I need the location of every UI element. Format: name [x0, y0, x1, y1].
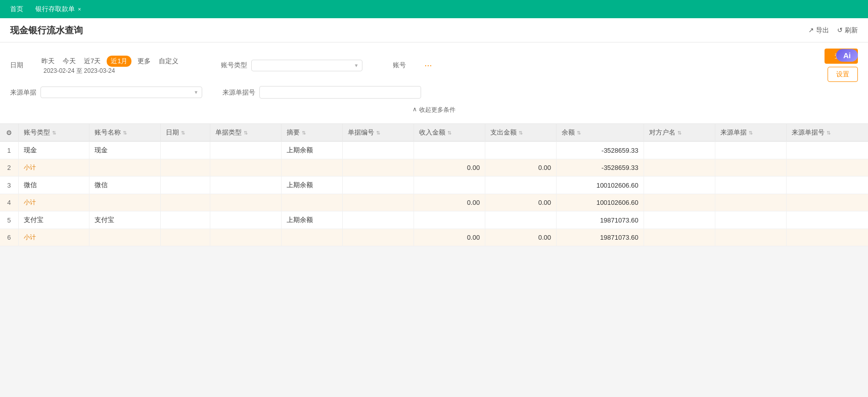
- cell-date: [161, 177, 210, 194]
- sort-doc-type-icon[interactable]: ⇅: [244, 130, 248, 136]
- table-row: 1 现金 现金 上期余额 -3528659.33: [0, 142, 868, 159]
- cell-income: [414, 142, 485, 159]
- cell-doc-no: [343, 211, 414, 229]
- date-opt-custom[interactable]: 自定义: [157, 56, 180, 67]
- source-doc-select[interactable]: ▾: [40, 86, 202, 98]
- nav-tab-银行存取款单[interactable]: 银行存取款单×: [29, 0, 100, 18]
- refresh-label: 刷新: [845, 26, 858, 35]
- filter-area: 日期 昨天 今天 近7天 近1月 更多 自定义 2023-02-24 至 202…: [0, 42, 868, 124]
- cell-doc-type: [210, 194, 282, 211]
- cell-doc-no: [343, 142, 414, 159]
- cell-date: [161, 159, 210, 177]
- cell-source-doc-no: [786, 194, 868, 211]
- settings-button[interactable]: 设置: [828, 67, 858, 82]
- cell-summary: 上期余额: [282, 211, 343, 229]
- date-options-col: 昨天 今天 近7天 近1月 更多 自定义 2023-02-24 至 2023-0…: [39, 56, 180, 75]
- sort-account-type-icon[interactable]: ⇅: [52, 130, 56, 136]
- sort-account-name-icon[interactable]: ⇅: [123, 130, 127, 136]
- cell-account-type: 小计: [18, 159, 89, 177]
- date-opt-more[interactable]: 更多: [135, 56, 153, 67]
- collapse-bar[interactable]: ∧ 收起更多条件: [10, 103, 858, 117]
- cell-summary: [282, 194, 343, 211]
- th-doc-no: 单据编号⇅: [343, 124, 414, 142]
- cell-date: [161, 194, 210, 211]
- th-account-type: 账号类型⇅: [18, 124, 89, 142]
- cell-num: 5: [0, 211, 18, 229]
- source-doc-section: 来源单据 ▾: [10, 86, 202, 98]
- cell-expense: [485, 142, 557, 159]
- nav-home-label: 首页: [10, 0, 23, 18]
- cell-balance: -3528659.33: [557, 159, 644, 177]
- collapse-label: 收起更多条件: [419, 106, 455, 114]
- cell-source-doc-no: [786, 229, 868, 246]
- cell-num: 6: [0, 229, 18, 246]
- source-doc-arrow-icon: ▾: [195, 89, 198, 96]
- source-doc-no-input[interactable]: [259, 86, 421, 99]
- sort-source-doc-icon[interactable]: ⇅: [749, 130, 753, 136]
- cell-source-doc: [715, 211, 786, 229]
- sort-summary-icon[interactable]: ⇅: [302, 130, 306, 136]
- sort-income-icon[interactable]: ⇅: [447, 130, 451, 136]
- cell-balance: 100102606.60: [557, 177, 644, 194]
- cell-account-type: 现金: [18, 142, 89, 159]
- sort-counterparty-icon[interactable]: ⇅: [677, 130, 681, 136]
- cell-doc-type: [210, 142, 282, 159]
- cell-account-name: 支付宝: [89, 211, 161, 229]
- sort-doc-no-icon[interactable]: ⇅: [376, 130, 380, 136]
- cell-source-doc: [715, 177, 786, 194]
- cell-account-name: 微信: [89, 177, 161, 194]
- date-opt-7days[interactable]: 近7天: [82, 56, 103, 67]
- th-counterparty: 对方户名⇅: [644, 124, 715, 142]
- cell-expense: [485, 211, 557, 229]
- cell-income: [414, 177, 485, 194]
- cell-date: [161, 142, 210, 159]
- cell-counterparty: [644, 142, 715, 159]
- cell-balance: 19871073.60: [557, 229, 644, 246]
- account-type-select[interactable]: ▾: [251, 60, 362, 71]
- cell-source-doc-no: [786, 142, 868, 159]
- top-nav: 首页 收款单×付款单×其他收入单×应收应付调整单×银行存取款单×预收冲应收单×收…: [0, 0, 868, 18]
- cell-expense: 0.00: [485, 159, 557, 177]
- nav-home[interactable]: 首页: [4, 0, 29, 18]
- tab-close-icon[interactable]: ×: [78, 0, 81, 18]
- th-income: 收入金额⇅: [414, 124, 485, 142]
- th-account-name: 账号名称⇅: [89, 124, 161, 142]
- cell-source-doc-no: [786, 211, 868, 229]
- sort-balance-icon[interactable]: ⇅: [577, 130, 581, 136]
- cell-num: 4: [0, 194, 18, 211]
- account-dots[interactable]: ···: [422, 60, 434, 71]
- th-source-doc-no: 来源单据号⇅: [786, 124, 868, 142]
- cell-doc-type: [210, 159, 282, 177]
- export-icon: ↗: [808, 26, 814, 34]
- gear-icon[interactable]: ⚙: [6, 129, 12, 137]
- date-opt-yesterday[interactable]: 昨天: [39, 56, 57, 67]
- date-label: 日期: [10, 61, 35, 70]
- cell-account-name: [89, 194, 161, 211]
- cell-balance: 100102606.60: [557, 194, 644, 211]
- sort-date-icon[interactable]: ⇅: [181, 130, 185, 136]
- ai-badge[interactable]: Ai: [836, 49, 858, 62]
- page-title: 现金银行流水查询: [10, 24, 83, 36]
- date-opt-1month[interactable]: 近1月: [107, 56, 131, 67]
- table-row: 3 微信 微信 上期余额 100102606.60: [0, 177, 868, 194]
- filter-row-1: 日期 昨天 今天 近7天 近1月 更多 自定义 2023-02-24 至 202…: [10, 49, 858, 82]
- cell-num: 3: [0, 177, 18, 194]
- cell-summary: 上期余额: [282, 142, 343, 159]
- account-section: 账号 ···: [393, 60, 434, 71]
- cell-summary: 上期余额: [282, 177, 343, 194]
- export-button[interactable]: ↗ 导出: [808, 26, 829, 35]
- cell-doc-type: [210, 229, 282, 246]
- source-doc-no-label: 来源单据号: [222, 88, 255, 97]
- cell-account-name: 现金: [89, 142, 161, 159]
- cell-income: 0.00: [414, 194, 485, 211]
- sort-source-doc-no-icon[interactable]: ⇅: [827, 130, 831, 136]
- cell-expense: 0.00: [485, 229, 557, 246]
- th-date: 日期⇅: [161, 124, 210, 142]
- table-row: 6 小计 0.00 0.00 19871073.60: [0, 229, 868, 246]
- cell-account-type: 支付宝: [18, 211, 89, 229]
- refresh-button[interactable]: ↺ 刷新: [837, 26, 858, 35]
- page-header: 现金银行流水查询 ↗ 导出 ↺ 刷新: [0, 18, 868, 42]
- date-opt-today[interactable]: 今天: [61, 56, 78, 67]
- sort-expense-icon[interactable]: ⇅: [519, 130, 523, 136]
- cell-account-type: 小计: [18, 229, 89, 246]
